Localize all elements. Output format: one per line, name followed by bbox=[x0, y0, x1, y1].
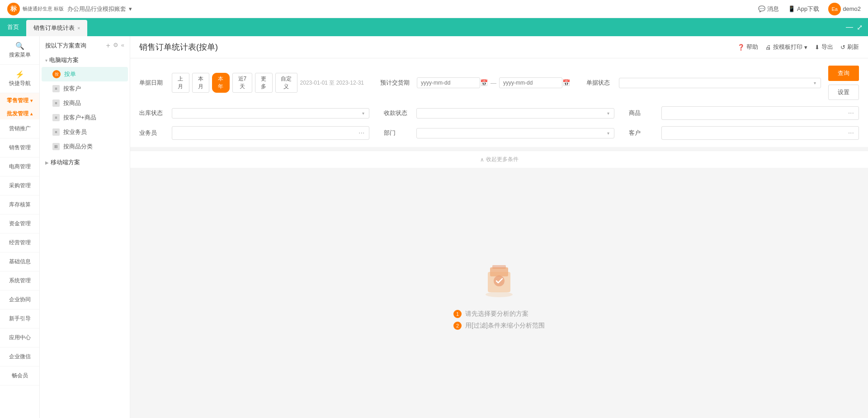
refresh-button[interactable]: ↺ 刷新 bbox=[840, 43, 859, 51]
salesperson-dots[interactable]: ··· bbox=[359, 129, 364, 137]
tab-sales-order-stats[interactable]: 销售订单统计表 × bbox=[26, 20, 87, 36]
sidebar-item-operations-mgmt[interactable]: 经营管理 bbox=[0, 233, 39, 252]
sidebar-item-wholesale-mgmt[interactable]: 批发管理 ▴ bbox=[0, 106, 39, 119]
sidebar-item-system-mgmt[interactable]: 系统管理 bbox=[0, 271, 39, 290]
date-btn-more[interactable]: 更多 bbox=[255, 73, 273, 93]
date-btn-7days[interactable]: 近7天 bbox=[232, 73, 252, 93]
by-category-icon: ⊞ bbox=[52, 143, 60, 150]
department-label: 部门 bbox=[384, 129, 409, 137]
page-header-actions: ❓ 帮助 🖨 按模板打印 ▾ ⬇ 导出 ↺ 刷新 bbox=[737, 43, 859, 57]
expected-date-to-input[interactable] bbox=[499, 77, 562, 88]
order-status-label: 单据状态 bbox=[586, 79, 612, 87]
customer-input-area[interactable]: ··· bbox=[661, 126, 859, 140]
print-arrow-icon: ▾ bbox=[804, 44, 807, 51]
sidebar-item-enterprise-wechat[interactable]: 企业微信 bbox=[0, 347, 39, 366]
breadcrumb-arrow-icon: ▾ bbox=[129, 5, 132, 12]
app-download-button[interactable]: 📱 App下载 bbox=[788, 5, 819, 13]
avatar: Ea bbox=[828, 3, 841, 15]
tip-1-text: 请先选择要分析的方案 bbox=[465, 310, 528, 318]
plan-item-by-product[interactable]: ≡ 按商品 bbox=[42, 96, 128, 110]
date-btn-this-year[interactable]: 本年 bbox=[212, 73, 230, 93]
delivery-label: 出库状态 bbox=[139, 109, 165, 117]
date-divider: — bbox=[491, 80, 496, 86]
collapse-panel-button[interactable]: « bbox=[121, 42, 124, 50]
plan-item-by-customer-product[interactable]: ≡ 按客户+商品 bbox=[42, 110, 128, 125]
breadcrumb-text: 办公用品行业模拟账套 bbox=[67, 5, 126, 13]
tab-home[interactable]: 首页 bbox=[0, 18, 26, 36]
sidebar-item-ecommerce-mgmt[interactable]: 电商管理 bbox=[0, 157, 39, 176]
logo-icon: 标 bbox=[7, 3, 20, 15]
date-btn-last-month[interactable]: 上月 bbox=[172, 73, 189, 93]
print-button[interactable]: 🖨 按模板打印 ▾ bbox=[765, 43, 807, 51]
mobile-plan-group-header[interactable]: ▶ 移动端方案 bbox=[40, 156, 130, 169]
salesperson-input-area[interactable]: ··· bbox=[172, 126, 369, 140]
empty-state: 1 请先选择要分析的方案 2 用[过滤]条件来缩小分析范围 bbox=[130, 168, 868, 418]
user-menu[interactable]: Ea demo2 bbox=[828, 3, 861, 15]
delivery-select[interactable]: ▾ bbox=[172, 108, 369, 119]
svg-rect-4 bbox=[492, 265, 506, 269]
sidebar-item-search-menu[interactable]: 🔍 搜索菜单 bbox=[0, 36, 39, 65]
breadcrumb-area[interactable]: 办公用品行业模拟账套 ▾ bbox=[67, 5, 132, 13]
top-bar-right: 💬 消息 📱 App下载 Ea demo2 bbox=[758, 3, 861, 15]
date-label: 单据日期 bbox=[139, 79, 165, 87]
query-button[interactable]: 查询 bbox=[828, 66, 859, 81]
sidebar-item-member[interactable]: 畅会员 bbox=[0, 366, 39, 385]
main-layout: 🔍 搜索菜单 ⚡ 快捷导航 零售管理 ▾ 批发管理 ▴ 营销推广 销售管理 电商… bbox=[0, 36, 868, 418]
add-plan-button[interactable]: + bbox=[106, 42, 110, 50]
date-btn-custom[interactable]: 自定义 bbox=[275, 73, 297, 93]
retail-arrow-icon: ▾ bbox=[30, 98, 33, 103]
expected-date-from-input[interactable] bbox=[417, 77, 480, 88]
department-select[interactable]: ▾ bbox=[416, 128, 614, 138]
collapse-bar[interactable]: ∧ 收起更多条件 bbox=[130, 151, 868, 168]
empty-illustration bbox=[476, 256, 522, 303]
sidebar-item-finance-mgmt[interactable]: 资金管理 bbox=[0, 214, 39, 233]
tab-maximize-icon[interactable]: ⤢ bbox=[857, 23, 863, 32]
calendar-to-icon[interactable]: 📅 bbox=[562, 79, 570, 86]
payment-select[interactable]: ▾ bbox=[416, 108, 614, 119]
group-arrow-icon: ▾ bbox=[45, 58, 47, 63]
plan-item-by-salesperson[interactable]: ≡ 按业务员 bbox=[42, 125, 128, 139]
refresh-icon: ↺ bbox=[840, 44, 845, 51]
top-bar: 标 畅捷通好生意 标版 办公用品行业模拟账套 ▾ 💬 消息 📱 App下载 Ea… bbox=[0, 0, 868, 18]
goods-dots[interactable]: ··· bbox=[848, 109, 854, 117]
sidebar-item-enterprise-collab[interactable]: 企业协同 bbox=[0, 290, 39, 309]
left-panel-title: 按以下方案查询 bbox=[45, 42, 86, 50]
empty-tip-2: 2 用[过滤]条件来缩小分析范围 bbox=[453, 322, 545, 330]
export-button[interactable]: ⬇ 导出 bbox=[815, 43, 833, 51]
sidebar-item-app-center[interactable]: 应用中心 bbox=[0, 328, 39, 347]
sidebar-item-inventory[interactable]: 库存核算 bbox=[0, 195, 39, 214]
customer-dots[interactable]: ··· bbox=[848, 129, 854, 137]
sidebar-item-sales-mgmt[interactable]: 销售管理 bbox=[0, 138, 39, 157]
tab-minimize-icon[interactable]: — bbox=[846, 23, 853, 31]
settings-plan-button[interactable]: ⚙ bbox=[113, 42, 118, 50]
download-icon: 📱 bbox=[788, 5, 795, 12]
mobile-group-arrow-icon: ▶ bbox=[45, 160, 49, 165]
calendar-from-icon[interactable]: 📅 bbox=[480, 79, 488, 86]
goods-input-area[interactable]: ··· bbox=[661, 106, 859, 120]
sidebar-item-purchase-mgmt[interactable]: 采购管理 bbox=[0, 176, 39, 195]
date-btn-this-month[interactable]: 本月 bbox=[192, 73, 210, 93]
sidebar-item-marketing[interactable]: 营销推广 bbox=[0, 119, 39, 138]
sidebar-item-basic-info[interactable]: 基础信息 bbox=[0, 252, 39, 271]
message-button[interactable]: 💬 消息 bbox=[758, 5, 779, 13]
settings-button[interactable]: 设置 bbox=[828, 85, 859, 100]
empty-tips: 1 请先选择要分析的方案 2 用[过滤]条件来缩小分析范围 bbox=[453, 310, 545, 330]
help-button[interactable]: ❓ 帮助 bbox=[737, 43, 758, 51]
sidebar-item-retail-mgmt[interactable]: 零售管理 ▾ bbox=[0, 93, 39, 106]
plan-item-by-customer[interactable]: ≡ 按客户 bbox=[42, 81, 128, 96]
help-icon: ❓ bbox=[737, 44, 745, 51]
left-panel-header: 按以下方案查询 + ⚙ « bbox=[40, 42, 130, 53]
desktop-plan-group-header[interactable]: ▾ 电脑端方案 bbox=[40, 53, 130, 67]
by-order-icon: 按 bbox=[52, 70, 61, 78]
sidebar-item-quick-nav[interactable]: ⚡ 快捷导航 bbox=[0, 65, 39, 93]
payment-label: 收款状态 bbox=[384, 109, 409, 117]
order-status-select[interactable]: ▾ bbox=[619, 78, 821, 88]
svg-point-3 bbox=[494, 276, 505, 286]
plan-item-by-category[interactable]: ⊞ 按商品分类 bbox=[42, 139, 128, 154]
tab-close-icon[interactable]: × bbox=[77, 25, 80, 31]
plan-item-by-order[interactable]: 按 按单 bbox=[42, 67, 128, 81]
sidebar: 🔍 搜索菜单 ⚡ 快捷导航 零售管理 ▾ 批发管理 ▴ 营销推广 销售管理 电商… bbox=[0, 36, 40, 418]
order-status-arrow-icon: ▾ bbox=[814, 81, 816, 86]
sidebar-item-new-user[interactable]: 新手引导 bbox=[0, 309, 39, 328]
tab-bar: 首页 销售订单统计表 × — ⤢ bbox=[0, 18, 868, 36]
